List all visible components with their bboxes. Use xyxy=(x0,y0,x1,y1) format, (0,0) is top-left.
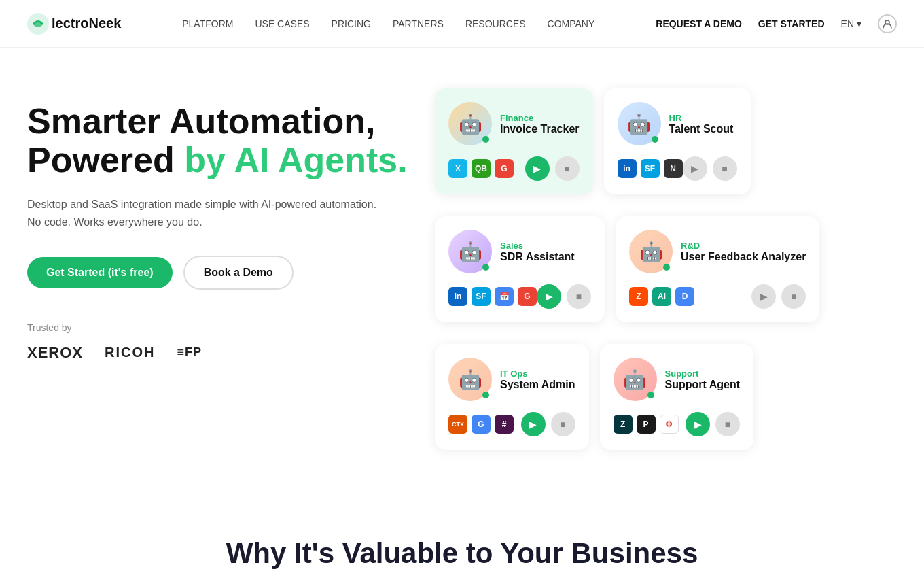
nav-partners[interactable]: PARTNERS xyxy=(393,18,444,29)
ricoh-logo: RICOH xyxy=(105,345,155,360)
nav-use-cases[interactable]: USE CASES xyxy=(255,18,309,29)
hero-description: Desktop and SaaS integration made simple… xyxy=(27,196,380,230)
nav-company[interactable]: COMPANY xyxy=(548,18,595,29)
agent-card-hr: 🤖 HR Talent Scout in SF N ▶ xyxy=(604,88,751,194)
logo[interactable]: lectroNeek xyxy=(27,13,121,35)
sales-stop-button[interactable]: ■ xyxy=(567,284,591,309)
chrome-icon: ⚙ xyxy=(660,415,679,434)
navbar: lectroNeek PLATFORM USE CASES PRICING PA… xyxy=(0,0,924,48)
rnd-status-dot xyxy=(663,264,670,271)
agents-row-3: 🤖 IT Ops System Admin CTX G # xyxy=(435,344,819,450)
linkedin-icon: in xyxy=(618,159,637,178)
agent-card-support: 🤖 Support Support Agent Z P ⚙ xyxy=(600,344,754,450)
agents-row-1: 🤖 Finance Invoice Tracker X QB G xyxy=(435,88,819,194)
agent-card-finance: 🤖 Finance Invoice Tracker X QB G xyxy=(435,88,593,194)
salesforce-icon: SF xyxy=(641,159,660,178)
sales-name: SDR Assistant xyxy=(500,251,575,263)
finance-app-icons: X QB G xyxy=(448,159,514,178)
rnd-play-button[interactable]: ▶ xyxy=(751,284,776,309)
support-status-dot xyxy=(647,392,654,398)
get-started-button[interactable]: Get Started (it's free) xyxy=(27,257,173,288)
language-selector[interactable]: EN ▾ xyxy=(841,18,861,29)
sales-play-button[interactable]: ▶ xyxy=(537,284,561,309)
zapier-icon: Z xyxy=(629,287,648,306)
trusted-logos: XEROX RICOH ≡FP xyxy=(27,344,421,362)
itops-stop-button[interactable]: ■ xyxy=(551,412,575,436)
sales-status-dot xyxy=(482,264,489,271)
hr-app-icons: in SF N xyxy=(618,159,683,178)
finance-stop-button[interactable]: ■ xyxy=(555,156,580,181)
sales-li-icon: in xyxy=(448,287,467,306)
citrix-icon: CTX xyxy=(448,415,467,434)
itops-category: IT Ops xyxy=(500,368,575,379)
sales-category: Sales xyxy=(500,241,575,251)
book-demo-button[interactable]: Book a Demo xyxy=(183,256,294,290)
agent-card-itops: 🤖 IT Ops System Admin CTX G # xyxy=(435,344,589,450)
support-stop-button[interactable]: ■ xyxy=(715,412,740,436)
trusted-label: Trusted by xyxy=(27,322,421,333)
slack-icon: # xyxy=(495,415,514,434)
support-play-button[interactable]: ▶ xyxy=(686,412,710,436)
ufp-logo: ≡FP xyxy=(177,345,202,360)
xerox-logo: XEROX xyxy=(27,344,83,362)
hr-controls: ▶ ■ xyxy=(683,156,737,181)
sales-app-icons: in SF 📅 G xyxy=(448,287,537,306)
qb-icon: QB xyxy=(472,159,491,178)
user-icon[interactable] xyxy=(878,14,897,33)
why-title: Why It's Valuable to Your Business xyxy=(27,537,897,570)
nav-pricing[interactable]: PRICING xyxy=(332,18,371,29)
hr-stop-button[interactable]: ■ xyxy=(713,156,737,181)
itops-gcal-icon: G xyxy=(472,415,491,434)
itops-controls: ▶ ■ xyxy=(521,412,575,436)
itops-app-icons: CTX G # xyxy=(448,415,514,434)
hero-section: Smarter Automation, Powered by AI Agents… xyxy=(0,48,924,483)
sales-gcal-icon: 📅 xyxy=(495,287,514,306)
pipedrive-icon: P xyxy=(637,415,656,434)
finance-play-button[interactable]: ▶ xyxy=(525,156,550,181)
finance-controls: ▶ ■ xyxy=(525,156,580,181)
rnd-category: R&D xyxy=(681,241,806,251)
sales-sf-icon: SF xyxy=(472,287,491,306)
rnd-app-icons: Z AI D xyxy=(629,287,694,306)
doc-icon: D xyxy=(675,287,694,306)
nav-right: REQUEST A DEMO GET STARTED EN ▾ xyxy=(656,14,897,33)
get-started-link[interactable]: GET STARTED xyxy=(758,18,825,29)
support-controls: ▶ ■ xyxy=(686,412,740,436)
support-app-icons: Z P ⚙ xyxy=(614,415,679,434)
logo-icon xyxy=(27,13,49,35)
request-demo-link[interactable]: REQUEST A DEMO xyxy=(656,18,742,29)
hero-title: Smarter Automation, Powered by AI Agents… xyxy=(27,102,421,179)
nav-platform[interactable]: PLATFORM xyxy=(182,18,233,29)
gmail-icon: G xyxy=(495,159,514,178)
sales-gmail-icon: G xyxy=(518,287,537,306)
rnd-name: User Feedback Analyzer xyxy=(681,251,806,263)
rnd-stop-button[interactable]: ■ xyxy=(781,284,806,309)
agent-card-sales: 🤖 Sales SDR Assistant in SF 📅 G xyxy=(435,216,605,322)
support-name: Support Agent xyxy=(665,379,741,391)
notion-icon: N xyxy=(664,159,683,178)
hero-left: Smarter Automation, Powered by AI Agents… xyxy=(27,88,421,362)
finance-name: Invoice Tracker xyxy=(500,123,580,135)
hr-name: Talent Scout xyxy=(669,123,734,135)
hero-buttons: Get Started (it's free) Book a Demo xyxy=(27,256,421,290)
sales-controls: ▶ ■ xyxy=(537,284,591,309)
gpt-icon: AI xyxy=(652,287,671,306)
support-category: Support xyxy=(665,368,741,379)
finance-status-dot xyxy=(482,136,489,143)
itops-play-button[interactable]: ▶ xyxy=(521,412,546,436)
hr-category: HR xyxy=(669,113,734,123)
why-section: Why It's Valuable to Your Business Make … xyxy=(0,483,924,584)
nav-resources[interactable]: RESOURCES xyxy=(465,18,526,29)
hr-play-button[interactable]: ▶ xyxy=(683,156,707,181)
finance-category: Finance xyxy=(500,113,580,123)
hr-status-dot xyxy=(652,136,658,143)
rnd-controls: ▶ ■ xyxy=(751,284,806,309)
itops-name: System Admin xyxy=(500,379,575,391)
xero-icon: X xyxy=(448,159,467,178)
agents-grid: 🤖 Finance Invoice Tracker X QB G xyxy=(421,88,819,450)
logo-text: lectroNeek xyxy=(52,16,121,31)
nav-links: PLATFORM USE CASES PRICING PARTNERS RESO… xyxy=(182,18,594,29)
zendesk-icon: Z xyxy=(614,415,633,434)
agents-row-2: 🤖 Sales SDR Assistant in SF 📅 G xyxy=(435,216,819,322)
itops-status-dot xyxy=(482,392,489,398)
